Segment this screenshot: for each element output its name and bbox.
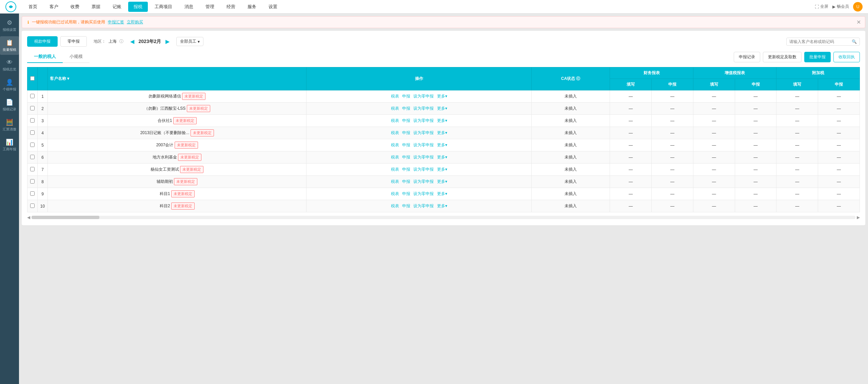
tab-general-taxpayer[interactable]: 一般的税人 [27, 51, 63, 63]
tab-tax-declaration[interactable]: 税款申报 [27, 36, 58, 47]
row-checkbox-7[interactable] [30, 179, 35, 184]
batch-declare-button[interactable]: 批量申报 [804, 52, 831, 62]
sidebar-item-batch-tax[interactable]: 📋 批量报税 [0, 36, 19, 55]
op-zero-declare[interactable]: 设为零申报 [413, 143, 434, 147]
nav-home[interactable]: 首页 [23, 2, 43, 12]
op-more[interactable]: 更多▾ [437, 204, 447, 208]
row-checkbox-8[interactable] [30, 191, 35, 196]
dept-selector[interactable]: 全部员工 ▾ [176, 37, 203, 46]
app-logo[interactable] [5, 1, 16, 12]
op-zero-declare[interactable]: 设为零申报 [413, 167, 434, 172]
update-tax-button[interactable]: 更新税定及取数 [763, 52, 802, 62]
op-zero-declare[interactable]: 设为零申报 [413, 106, 434, 111]
row-checkbox-1[interactable] [30, 106, 35, 110]
nav-client[interactable]: 客户 [44, 2, 64, 12]
row-checkbox-4[interactable] [30, 143, 35, 147]
declaration-record-button[interactable]: 申报记录 [734, 52, 760, 62]
sidebar-item-tax-overview[interactable]: 👁 报税总览 [0, 56, 19, 74]
op-more[interactable]: 更多▾ [437, 167, 447, 172]
op-declare[interactable]: 申报 [402, 143, 410, 147]
sidebar-item-tax-settings[interactable]: ⚙ 报税设置 [0, 16, 19, 35]
op-more[interactable]: 更多▾ [437, 143, 447, 147]
op-zero-declare[interactable]: 设为零申报 [413, 191, 434, 196]
tab-zero-declaration[interactable]: 零申报 [60, 36, 87, 47]
op-declare[interactable]: 申报 [402, 130, 410, 135]
op-tax-table[interactable]: 税表 [391, 130, 399, 135]
op-tax-table[interactable]: 税表 [391, 143, 399, 147]
nav-tax[interactable]: 报税 [128, 2, 148, 12]
op-zero-declare[interactable]: 设为零申报 [413, 130, 434, 135]
op-zero-declare[interactable]: 设为零申报 [413, 94, 434, 99]
nav-settings[interactable]: 设置 [263, 2, 283, 12]
scroll-left-arrow[interactable]: ◀ [27, 215, 30, 220]
region-info-icon[interactable]: ⓘ [119, 39, 123, 44]
row-checkbox-0[interactable] [30, 94, 35, 98]
op-tax-table[interactable]: 税表 [391, 106, 399, 111]
banner-link-buy[interactable]: 立即购买 [127, 19, 143, 25]
op-more[interactable]: 更多▾ [437, 155, 447, 159]
sidebar-item-settlement[interactable]: 🧮 汇算清缴 [0, 116, 19, 134]
row-fin-fill: — [610, 115, 652, 127]
op-declare[interactable]: 申报 [402, 118, 410, 123]
next-month-button[interactable]: ▶ [165, 38, 170, 45]
sidebar-item-annual-report[interactable]: 📊 工商年报 [0, 136, 19, 154]
op-more[interactable]: 更多▾ [437, 106, 447, 111]
row-ca-status: 未插入 [532, 103, 610, 115]
banner-link-submit[interactable]: 申报汇签 [108, 19, 124, 25]
fullscreen-button[interactable]: ⛶ 全屏 [815, 4, 828, 9]
op-declare[interactable]: 申报 [402, 204, 410, 208]
tab-small-scale[interactable]: 小规模 [63, 51, 90, 63]
nav-message[interactable]: 消息 [179, 2, 199, 12]
op-tax-table[interactable]: 税表 [391, 204, 399, 208]
op-declare[interactable]: 申报 [402, 191, 410, 196]
op-zero-declare[interactable]: 设为零申报 [413, 118, 434, 123]
op-tax-table[interactable]: 税表 [391, 94, 399, 99]
op-declare[interactable]: 申报 [402, 155, 410, 159]
row-checkbox-cell [27, 176, 38, 188]
op-zero-declare[interactable]: 设为零申报 [413, 179, 434, 184]
op-declare[interactable]: 申报 [402, 179, 410, 184]
op-tax-table[interactable]: 税表 [391, 118, 399, 123]
row-client-name: 2007会计 未更新税定 [48, 139, 307, 151]
row-checkbox-2[interactable] [30, 118, 35, 123]
op-zero-declare[interactable]: 设为零申报 [413, 155, 434, 159]
collect-receipt-button[interactable]: 收取回执 [833, 52, 860, 62]
nav-service[interactable]: 服务 [242, 2, 262, 12]
sidebar-item-personal-tax[interactable]: 👤 个税申报 [0, 76, 19, 94]
sidebar-label-tax-overview: 报税总览 [3, 67, 16, 72]
nav-business[interactable]: 工商项目 [149, 2, 178, 12]
member-button[interactable]: ▶ 畅会员 [832, 4, 849, 9]
sidebar-item-tax-record[interactable]: 📄 报税记录 [0, 96, 19, 114]
user-avatar[interactable]: U [853, 2, 863, 12]
op-more[interactable]: 更多▾ [437, 130, 447, 135]
row-checkbox-9[interactable] [30, 204, 35, 208]
tax-overview-icon: 👁 [6, 59, 13, 66]
nav-invoice[interactable]: 票据 [86, 2, 106, 12]
op-declare[interactable]: 申报 [402, 94, 410, 99]
row-checkbox-6[interactable] [30, 167, 35, 171]
op-zero-declare[interactable]: 设为零申报 [413, 204, 434, 208]
op-tax-table[interactable]: 税表 [391, 191, 399, 196]
prev-month-button[interactable]: ◀ [130, 38, 134, 45]
row-checkbox-3[interactable] [30, 130, 35, 135]
scrollbar-thumb[interactable] [32, 216, 99, 219]
search-input[interactable] [789, 39, 850, 44]
op-declare[interactable]: 申报 [402, 106, 410, 111]
op-tax-table[interactable]: 税表 [391, 167, 399, 172]
select-all-checkbox[interactable] [30, 76, 35, 81]
op-declare[interactable]: 申报 [402, 167, 410, 172]
op-more[interactable]: 更多▾ [437, 191, 447, 196]
nav-fee[interactable]: 收费 [65, 2, 85, 12]
op-tax-table[interactable]: 税表 [391, 155, 399, 159]
search-icon[interactable]: 🔍 [852, 39, 857, 44]
op-tax-table[interactable]: 税表 [391, 179, 399, 184]
nav-operation[interactable]: 经营 [221, 2, 241, 12]
op-more[interactable]: 更多▾ [437, 118, 447, 123]
scroll-right-arrow[interactable]: ▶ [857, 215, 860, 220]
row-checkbox-5[interactable] [30, 155, 35, 159]
nav-manage[interactable]: 管理 [200, 2, 220, 12]
banner-close-button[interactable]: ✕ [856, 19, 861, 25]
op-more[interactable]: 更多▾ [437, 179, 447, 184]
nav-ledger[interactable]: 记账 [107, 2, 127, 12]
op-more[interactable]: 更多▾ [437, 94, 447, 99]
